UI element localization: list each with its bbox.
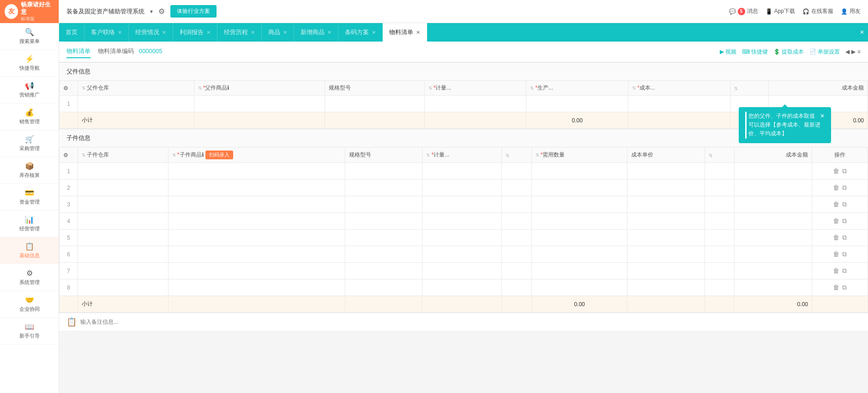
child-unitcost-4[interactable] [627, 213, 705, 230]
child-product-5[interactable] [168, 230, 345, 246]
delete-icon-4[interactable]: 🗑 [833, 217, 839, 225]
remark-input[interactable] [80, 319, 861, 325]
delete-icon-2[interactable]: 🗑 [833, 184, 839, 192]
sidebar-item-采购管理[interactable]: 🛒采购管理 [0, 130, 59, 157]
sidebar-item-经营管理[interactable]: 📊经营管理 [0, 211, 59, 237]
delete-icon-3[interactable]: 🗑 [833, 200, 839, 208]
nav-tab-首页[interactable]: 首页 [59, 23, 84, 42]
sidebar-item-库存核算[interactable]: 📦库存核算 [0, 157, 59, 184]
child-qty-4[interactable] [531, 213, 627, 230]
nav-tab-客户联络[interactable]: 客户联络✕ [84, 23, 129, 42]
child-unit-2[interactable] [422, 180, 502, 196]
parent-cost-1[interactable] [628, 96, 730, 112]
sidebar-item-新手引导[interactable]: 📖新手引导 [0, 318, 59, 345]
child-spec-3[interactable] [345, 196, 422, 213]
child-qty-3[interactable] [531, 196, 627, 213]
parent-warehouse-1[interactable] [78, 96, 194, 112]
child-warehouse-6[interactable] [78, 246, 169, 263]
copy-icon-1[interactable]: ⧉ [842, 167, 847, 175]
child-spec-7[interactable] [345, 263, 422, 279]
nav-tab-商品[interactable]: 商品✕ [262, 23, 294, 42]
delete-icon-7[interactable]: 🗑 [833, 267, 839, 275]
tooltip-close-btn[interactable]: ✕ [820, 112, 825, 121]
sidebar-item-营销推广[interactable]: 📢营销推广 [0, 77, 59, 103]
child-unitcost-3[interactable] [627, 196, 705, 213]
copy-icon-2[interactable]: ⧉ [842, 184, 847, 192]
child-warehouse-3[interactable] [78, 196, 169, 213]
child-spec-2[interactable] [345, 180, 422, 196]
delete-icon-5[interactable]: 🗑 [833, 234, 839, 242]
child-unit-5[interactable] [422, 230, 502, 246]
close-all-tabs[interactable]: ✕ [856, 23, 868, 42]
parent-production-1[interactable] [526, 96, 628, 112]
sidebar-item-销售管理[interactable]: 💰销售管理 [0, 103, 59, 130]
delete-icon-6[interactable]: 🗑 [833, 250, 839, 258]
child-unitcost-5[interactable] [627, 230, 705, 246]
child-unitcost-7[interactable] [627, 263, 705, 279]
child-qty-2[interactable] [531, 180, 627, 196]
sidebar-item-资金管理[interactable]: 💳资金管理 [0, 184, 59, 211]
child-warehouse-4[interactable] [78, 213, 169, 230]
parent-unit-1[interactable] [424, 96, 526, 112]
sidebar-item-系统管理[interactable]: ⚙系统管理 [0, 264, 59, 291]
trial-btn[interactable]: 体验行业方案 [170, 5, 217, 18]
child-unit-3[interactable] [422, 196, 502, 213]
child-unitcost-8[interactable] [627, 279, 705, 296]
child-warehouse-2[interactable] [78, 180, 169, 196]
delete-icon-1[interactable]: 🗑 [833, 167, 839, 175]
nav-menu[interactable]: ≡ [857, 48, 861, 55]
copy-icon-8[interactable]: ⧉ [842, 284, 847, 291]
sidebar-item-基础信息[interactable]: 📋基础信息 [0, 237, 59, 264]
copy-icon-7[interactable]: ⧉ [842, 267, 847, 275]
child-unitcost-1[interactable] [627, 163, 705, 180]
copy-icon-4[interactable]: ⧉ [842, 217, 847, 225]
child-warehouse-8[interactable] [78, 279, 169, 296]
child-product-7[interactable] [168, 263, 345, 279]
nav-tab-经营情况[interactable]: 经营情况✕ [129, 23, 173, 42]
tab-material-list[interactable]: 物料清单 [66, 45, 90, 58]
child-spec-6[interactable] [345, 246, 422, 263]
system-dropdown[interactable]: ▾ [150, 8, 153, 15]
parent-product-1[interactable] [194, 96, 325, 112]
child-warehouse-5[interactable] [78, 230, 169, 246]
online-service-btn[interactable]: 🎧 在线客服 [802, 7, 833, 15]
action-settings[interactable]: 📄 单据设置 [809, 48, 840, 56]
user-avatar[interactable]: 👤 用友 [841, 7, 861, 15]
sidebar-item-搜索菜单[interactable]: 🔍搜索菜单 [0, 23, 59, 50]
action-view[interactable]: ▶ 视频 [720, 48, 736, 56]
delete-icon-8[interactable]: 🗑 [833, 284, 839, 291]
nav-prev[interactable]: ◀ [845, 48, 850, 55]
th-child-gear[interactable]: ⚙ [60, 147, 78, 163]
child-unit-7[interactable] [422, 263, 502, 279]
copy-icon-3[interactable]: ⧉ [842, 200, 847, 208]
th-parent-gear[interactable]: ⚙ [60, 81, 78, 96]
parent-spec-1[interactable] [325, 96, 424, 112]
child-product-8[interactable] [168, 279, 345, 296]
nav-tab-新增商品[interactable]: 新增商品✕ [294, 23, 338, 42]
child-product-2[interactable] [168, 180, 345, 196]
action-cost[interactable]: 💲 提取成本 [773, 48, 804, 56]
child-qty-1[interactable] [531, 163, 627, 180]
child-qty-5[interactable] [531, 230, 627, 246]
sidebar-item-企业协同[interactable]: 🤝企业协同 [0, 291, 59, 318]
app-download-btn[interactable]: 📱 App下载 [766, 7, 795, 15]
message-btn[interactable]: 💬 5 消息 [729, 7, 758, 15]
nav-tab-物料清单[interactable]: 物料清单✕ [383, 23, 427, 42]
nav-tab-利润报告[interactable]: 利润报告✕ [173, 23, 217, 42]
child-warehouse-7[interactable] [78, 263, 169, 279]
child-product-1[interactable] [168, 163, 345, 180]
nav-tab-经营历程[interactable]: 经营历程✕ [217, 23, 262, 42]
child-qty-8[interactable] [531, 279, 627, 296]
child-unit-8[interactable] [422, 279, 502, 296]
child-spec-8[interactable] [345, 279, 422, 296]
nav-tab-条码方案[interactable]: 条码方案✕ [338, 23, 383, 42]
child-warehouse-1[interactable] [78, 163, 169, 180]
scan-btn[interactable]: 扫码录入 [205, 151, 233, 159]
child-spec-1[interactable] [345, 163, 422, 180]
child-unit-1[interactable] [422, 163, 502, 180]
nav-next[interactable]: ▶ [851, 48, 856, 55]
sidebar-item-快捷导航[interactable]: ⚡快捷导航 [0, 50, 59, 77]
child-unit-4[interactable] [422, 213, 502, 230]
child-qty-7[interactable] [531, 263, 627, 279]
child-product-3[interactable] [168, 196, 345, 213]
